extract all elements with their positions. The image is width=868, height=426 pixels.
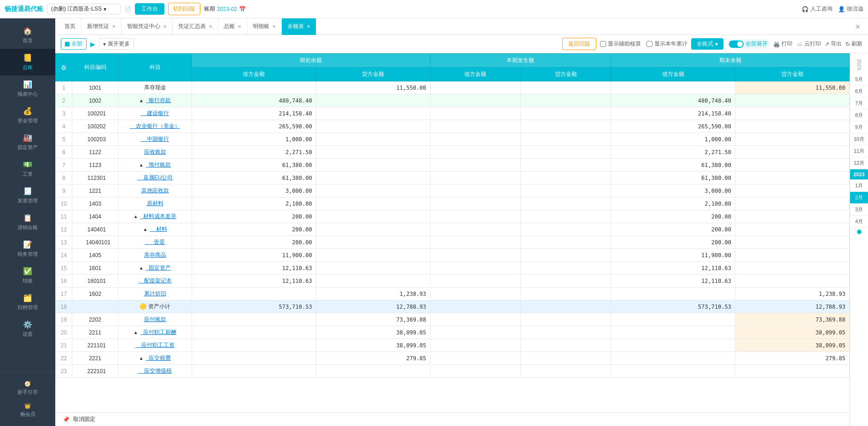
tab-balance-sheet-close[interactable]: ✕ <box>307 24 310 29</box>
sidebar-item-assets[interactable]: 🏭 固定资产 <box>0 129 55 155</box>
account-name[interactable]: ▲ 材料 <box>118 223 192 236</box>
account-code: 100203 <box>72 133 118 146</box>
closing-credit: 279.85 <box>735 352 850 365</box>
account-name[interactable]: ▲ 预付账款 <box>118 159 192 172</box>
sidebar-item-tax[interactable]: 📝 税务管理 <box>0 236 55 262</box>
account-name[interactable]: ▲ 材料成本差异 <box>118 210 192 223</box>
right-sidebar-4[interactable]: 4月 <box>850 216 868 228</box>
workbench-button[interactable]: 工作台 <box>135 3 164 15</box>
return-old-version-button[interactable]: 返回旧版 <box>562 38 596 50</box>
right-sidebar-3[interactable]: 3月 <box>850 204 868 216</box>
expand-icon[interactable]: ▲ <box>139 265 145 271</box>
calendar-icon[interactable]: 📅 <box>239 6 246 12</box>
full-mode-button[interactable]: 全账式 ▾ <box>691 38 723 50</box>
account-name[interactable]: 应付职工工资 <box>118 339 192 352</box>
tab-detail-ledger-close[interactable]: ✕ <box>272 24 276 29</box>
account-name[interactable]: 建设银行 <box>118 107 192 120</box>
account-name[interactable]: ▲ 应付职工薪酬 <box>118 326 192 339</box>
sidebar-item-guide[interactable]: 🧭 新手引导 <box>0 377 55 399</box>
right-sidebar-10[interactable]: 10月 <box>850 133 868 145</box>
tab-general-ledger-close[interactable]: ✕ <box>238 24 241 29</box>
consult-button[interactable]: 🎧 人工咨询 <box>802 5 833 13</box>
account-name[interactable]: 农业银行（美金） <box>118 120 192 133</box>
tab-smart-voucher-close[interactable]: ✕ <box>163 24 167 29</box>
expand-icon[interactable]: ▲ <box>143 227 149 232</box>
row-number: 11 <box>56 210 72 223</box>
account-name[interactable]: ▲ 银行存款 <box>118 94 192 107</box>
right-sidebar-12[interactable]: 12月 <box>850 157 868 169</box>
opening-debit <box>192 313 316 326</box>
right-sidebar-scroll-dot[interactable] <box>857 230 862 234</box>
switch-version-button[interactable]: 切到旧版 <box>168 3 200 15</box>
expand-icon[interactable]: ▲ <box>134 214 140 219</box>
print-button[interactable]: 🖨️ 打印 <box>773 40 792 48</box>
right-sidebar: 2023. 5月 6月 7月 8月 9月 10月 11月 12月 2023 1月… <box>850 53 868 426</box>
tab-home[interactable]: 首页 <box>59 18 82 35</box>
tab-close-all[interactable]: ✕ <box>851 23 864 30</box>
toggle-switch[interactable] <box>729 40 744 48</box>
sidebar-item-reports[interactable]: 📊 报表中心 <box>0 75 55 102</box>
sidebar-item-ledger[interactable]: 📒 总账 <box>0 49 55 75</box>
gear-icon[interactable]: ⚙ <box>61 64 67 71</box>
tab-voucher-summary[interactable]: 凭证汇总表 ✕ <box>173 18 218 35</box>
expand-icon[interactable]: ▲ <box>139 98 145 103</box>
right-sidebar-year-2023[interactable]: 2023 <box>850 169 868 180</box>
account-name[interactable]: 累计折旧 <box>118 288 192 300</box>
expand-more-button[interactable]: ▾ 展开更多 <box>99 38 134 50</box>
sidebar-item-archive[interactable]: 🗂️ 归档管理 <box>0 289 55 316</box>
company-selector[interactable]: (勿删) 江西股圣-LSS ▾ <box>47 4 121 14</box>
sidebar-item-member[interactable]: 👑 畅会员 <box>0 399 55 421</box>
tab-new-voucher[interactable]: 新增凭证 ✕ <box>82 18 122 35</box>
sidebar-item-funds[interactable]: 💰 资金管理 <box>0 102 55 129</box>
user-profile[interactable]: 👤 徐洁溢 <box>838 5 863 13</box>
opening-credit <box>316 197 430 210</box>
expand-icon[interactable]: ▲ <box>134 330 140 335</box>
account-name[interactable]: 其他应收款 <box>118 184 192 197</box>
cloud-print-button[interactable]: ☁️ 云打印 <box>796 40 821 48</box>
show-ytd-checkbox[interactable]: 显示本年累计 <box>647 40 687 48</box>
tab-new-voucher-close[interactable]: ✕ <box>112 24 116 29</box>
tab-smart-voucher[interactable]: 智能凭证中心 ✕ <box>122 18 173 35</box>
right-sidebar-8[interactable]: 8月 <box>850 109 868 121</box>
filter-all-button[interactable]: 全部 <box>61 38 87 50</box>
right-sidebar-5[interactable]: 5月 <box>850 74 868 86</box>
tab-detail-ledger[interactable]: 明细账 ✕ <box>247 18 282 35</box>
export-button[interactable]: ↗ 导出 <box>825 40 842 48</box>
sidebar-item-closing[interactable]: ✅ 结账 <box>0 262 55 289</box>
filter-arrow-icon[interactable]: ▶ <box>90 40 95 48</box>
account-name[interactable]: 壹蛋 <box>118 236 192 249</box>
account-name[interactable]: 中国银行 <box>118 133 192 146</box>
account-name[interactable]: 嘉属EU公司 <box>118 172 192 184</box>
account-name[interactable]: 库存商品 <box>118 249 192 262</box>
sidebar-item-invoice[interactable]: 🧾 发票管理 <box>0 182 55 209</box>
expand-icon[interactable]: ▲ <box>139 356 145 361</box>
th-gear[interactable]: ⚙ <box>56 54 72 81</box>
expand-icon[interactable]: ▲ <box>139 162 145 167</box>
file-icon[interactable]: 📄 <box>124 6 131 12</box>
tab-balance-sheet[interactable]: 余额表 ✕ <box>282 18 316 35</box>
pin-icon[interactable]: 📌 <box>63 416 70 423</box>
account-name[interactable]: 应收账款 <box>118 146 192 159</box>
account-name[interactable]: 应交增值税 <box>118 365 192 378</box>
refresh-button[interactable]: ↻ 刷新 <box>845 40 862 48</box>
sidebar-item-settings[interactable]: ⚙️ 设置 <box>0 316 55 342</box>
right-sidebar-9[interactable]: 9月 <box>850 121 868 133</box>
sidebar-item-sales[interactable]: 📋 进销台账 <box>0 209 55 236</box>
right-sidebar-2[interactable]: 2月 <box>850 192 868 204</box>
sidebar-item-payroll[interactable]: 💵 工资 <box>0 155 55 182</box>
account-name[interactable]: 原材料 <box>118 197 192 210</box>
account-name[interactable]: 配提架记本 <box>118 275 192 288</box>
account-name[interactable]: ▲ 应交税费 <box>118 352 192 365</box>
sidebar-item-home[interactable]: 🏠 首页 <box>0 22 55 49</box>
right-sidebar-6[interactable]: 6月 <box>850 86 868 98</box>
account-name[interactable]: 应付账款 <box>118 313 192 326</box>
tab-general-ledger[interactable]: 总账 ✕ <box>218 18 247 35</box>
tab-home-label: 首页 <box>64 23 76 30</box>
right-sidebar-7[interactable]: 7月 <box>850 98 868 109</box>
expand-toggle[interactable]: 全部展开 <box>727 39 769 49</box>
show-auxiliary-checkbox[interactable]: 显示辅助核算 <box>600 40 641 48</box>
right-sidebar-11[interactable]: 11月 <box>850 145 868 157</box>
right-sidebar-1[interactable]: 1月 <box>850 180 868 192</box>
tab-voucher-summary-close[interactable]: ✕ <box>209 24 212 29</box>
account-name[interactable]: ▲ 固定资产 <box>118 262 192 275</box>
